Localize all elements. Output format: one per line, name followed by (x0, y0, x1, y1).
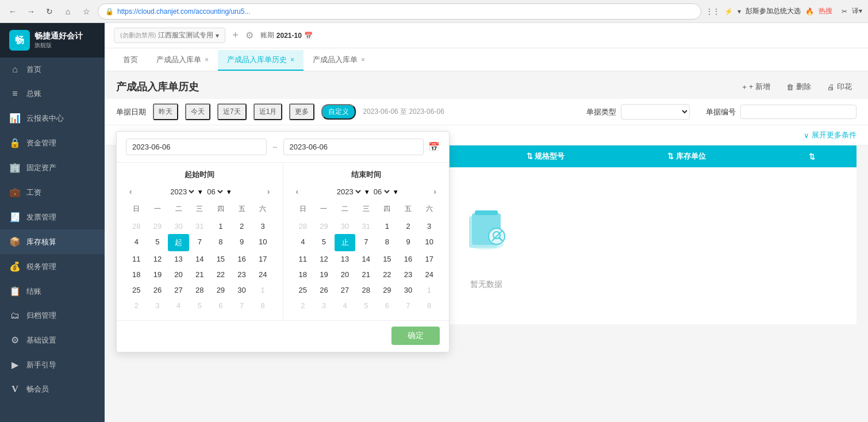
sidebar-item-ledger[interactable]: ≡ 总账 (0, 82, 105, 106)
bookmark-button[interactable]: ☆ (79, 5, 93, 18)
lightning-icon[interactable]: ⚡ (724, 7, 733, 16)
cal-day[interactable]: 4 (126, 234, 147, 251)
translate-icon[interactable]: 译▾ (852, 6, 862, 16)
cal-day[interactable]: 20 (335, 267, 356, 282)
add-button[interactable]: + + 新增 (738, 79, 775, 94)
sidebar-item-assets[interactable]: 🏢 固定资产 (0, 155, 105, 180)
home-button[interactable]: ⌂ (61, 5, 75, 18)
more-btn[interactable]: 更多 (289, 103, 314, 120)
cal-day[interactable]: 1 (252, 282, 274, 298)
cal-day[interactable]: 7 (231, 298, 252, 313)
sidebar-item-inventory[interactable]: 📦 库存核算 (0, 229, 105, 254)
company-select[interactable]: (勿删勿禁用) 江西服宝测试专用 ▾ (114, 28, 225, 43)
cal-day[interactable]: 8 (418, 298, 440, 313)
back-button[interactable]: ← (6, 5, 20, 18)
cal-day[interactable]: 4 (168, 298, 189, 313)
cal-day[interactable]: 8 (377, 234, 398, 251)
cal-day[interactable]: 17 (252, 251, 274, 267)
sidebar-item-archive[interactable]: 🗂 归档管理 (0, 304, 105, 328)
cal-day[interactable]: 5 (147, 234, 168, 251)
cal-day[interactable]: 15 (377, 251, 398, 267)
cal-day[interactable]: 4 (335, 298, 356, 313)
cal-day[interactable]: 19 (147, 267, 168, 282)
cal-day[interactable]: 20 (168, 267, 189, 282)
add-company-icon[interactable]: + (232, 29, 239, 41)
cal-day[interactable]: 13 (335, 251, 356, 267)
start-date-input[interactable]: 2023-06-06 (126, 139, 267, 155)
cal-day[interactable]: 30 (168, 218, 189, 234)
cal-day[interactable]: 1 (377, 218, 398, 234)
sidebar-item-salary[interactable]: 💼 工资 (0, 180, 105, 205)
cal-day[interactable]: 28 (126, 218, 147, 234)
cal-day[interactable]: 1 (418, 282, 440, 298)
cal-day[interactable]: 4 (293, 234, 314, 251)
cal-day[interactable]: 22 (377, 267, 398, 282)
expand-more-btn[interactable]: ∨ 展开更多条件 (804, 130, 857, 140)
start-year-select[interactable]: 2023 (168, 187, 196, 197)
cal-day[interactable]: 2 (231, 218, 252, 234)
cal-day[interactable]: 23 (231, 267, 252, 282)
cal-day[interactable]: 2 (293, 298, 314, 313)
cal-day[interactable]: 12 (313, 251, 335, 267)
cal-day[interactable]: 28 (293, 218, 314, 234)
sidebar-item-invoice[interactable]: 🧾 发票管理 (0, 205, 105, 229)
custom-btn[interactable]: 自定义 (321, 104, 356, 120)
cal-day[interactable]: 7 (355, 234, 377, 251)
tab-stock-in-2-close[interactable]: × (361, 56, 365, 64)
cal-day[interactable]: 5 (313, 234, 335, 251)
today-btn[interactable]: 今天 (185, 103, 210, 120)
cal-day[interactable]: 29 (377, 282, 398, 298)
cal-day[interactable]: 3 (147, 298, 168, 313)
cal-day[interactable]: 2 (126, 298, 147, 313)
sidebar-item-reports[interactable]: 📊 云报表中心 (0, 106, 105, 131)
cal-day[interactable]: 9 (231, 234, 252, 251)
cal-day[interactable]: 10 (252, 234, 274, 251)
search-query[interactable]: 彭斯参加总统大选 (746, 6, 801, 16)
cal-day[interactable]: 29 (313, 218, 335, 234)
cal-day[interactable]: 17 (418, 251, 440, 267)
cal-day[interactable]: 7 (189, 234, 210, 251)
cal-day[interactable]: 12 (147, 251, 168, 267)
cal-day[interactable]: 30 (398, 282, 419, 298)
cal-day[interactable]: 11 (293, 251, 314, 267)
cal-day[interactable]: 23 (398, 267, 419, 282)
tab-history-close[interactable]: × (290, 56, 294, 64)
cal-day[interactable]: 24 (418, 267, 440, 282)
cal-day[interactable]: 5 (189, 298, 210, 313)
settings-gear-icon[interactable]: ⚙ (245, 30, 254, 41)
start-cal-prev[interactable]: ‹ (126, 186, 136, 197)
cal-day[interactable]: 5 (355, 298, 377, 313)
tab-stock-in-2[interactable]: 产成品入库单 × (304, 50, 374, 71)
cal-day[interactable]: 9 (398, 234, 419, 251)
cal-day[interactable]: 18 (293, 267, 314, 282)
tab-history[interactable]: 产成品入库单历史 × (218, 50, 304, 71)
cal-day[interactable]: 26 (147, 282, 168, 298)
sidebar-item-settings[interactable]: ⚙ 基础设置 (0, 328, 105, 352)
cal-day[interactable]: 28 (355, 282, 377, 298)
cal-day[interactable]: 10 (418, 234, 440, 251)
cal-day[interactable]: 止 (335, 234, 356, 251)
extensions-icon[interactable]: ⋮⋮ (706, 7, 720, 16)
cal-day[interactable]: 1 (210, 218, 232, 234)
cal-day[interactable]: 6 (377, 298, 398, 313)
print-button[interactable]: 🖨 印花 (823, 79, 857, 94)
cal-day[interactable]: 30 (231, 282, 252, 298)
col-spec[interactable]: ⇅ 规格型号 (520, 145, 661, 167)
cal-day[interactable]: 22 (210, 267, 232, 282)
cal-day[interactable]: 8 (252, 298, 274, 313)
cal-day[interactable]: 3 (252, 218, 274, 234)
1month-btn[interactable]: 近1月 (254, 103, 283, 120)
dropdown-icon[interactable]: ▾ (738, 7, 741, 16)
end-year-select[interactable]: 2023 (335, 187, 363, 197)
end-month-select[interactable]: 06 (371, 187, 391, 197)
col-unit[interactable]: ⇅ 库存单位 (660, 145, 802, 167)
cal-day[interactable]: 起 (168, 234, 189, 251)
cal-day[interactable]: 3 (313, 298, 335, 313)
number-filter-input[interactable] (740, 105, 857, 119)
sidebar-item-fund[interactable]: 🔒 资金管理 (0, 131, 105, 155)
confirm-button[interactable]: 确定 (391, 327, 440, 345)
cal-day[interactable]: 24 (252, 267, 274, 282)
sidebar-item-checkout[interactable]: 📋 结账 (0, 279, 105, 304)
cal-day[interactable]: 11 (126, 251, 147, 267)
yesterday-btn[interactable]: 昨天 (153, 103, 178, 120)
